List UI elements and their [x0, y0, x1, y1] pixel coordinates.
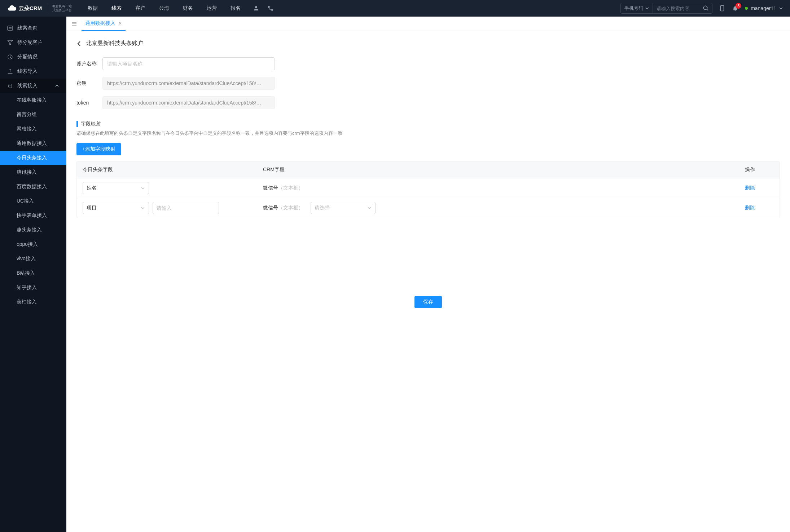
chevron-down-icon	[141, 186, 145, 190]
secret-input[interactable]	[102, 77, 275, 90]
content: 北京昱新科技头条账户 账户名称 密钥 token 字段映射 请确保您在此填写的头…	[66, 31, 790, 532]
crm-field-label: 微信号	[263, 185, 278, 191]
crm-field-hint: （文本框）	[278, 205, 303, 210]
col-toutiao: 今日头条字段	[83, 167, 263, 173]
user-menu[interactable]: manager11	[745, 5, 783, 11]
account-input[interactable]	[102, 57, 275, 70]
upload-icon	[7, 68, 13, 74]
status-dot	[745, 7, 748, 10]
crm-field-hint: （文本框）	[278, 185, 303, 191]
list-icon	[7, 25, 13, 31]
sidebar-sub-vivo[interactable]: vivo接入	[0, 252, 66, 266]
divider	[47, 4, 47, 13]
mobile-icon[interactable]	[719, 5, 725, 12]
sidebar-item-import[interactable]: 线索导入	[0, 64, 66, 79]
search-type-select[interactable]: 手机号码	[621, 3, 653, 13]
secret-label: 密钥	[76, 80, 102, 87]
sidebar-sub-toutiao[interactable]: 今日头条接入	[0, 151, 66, 165]
sidebar-sub-bilibili[interactable]: B站接入	[0, 266, 66, 280]
form-row-token: token	[76, 96, 780, 109]
sidebar-sub-qutoutiao[interactable]: 趣头条接入	[0, 223, 66, 237]
back-button[interactable]	[76, 41, 82, 46]
nav-data[interactable]: 数据	[86, 5, 99, 12]
phone-icon[interactable]	[267, 5, 274, 12]
logo-text: 云朵CRM	[19, 5, 42, 12]
account-label: 账户名称	[76, 61, 102, 67]
chevron-down-icon	[367, 206, 372, 210]
section-title: 字段映射	[76, 121, 780, 127]
sidebar-sub-oppo[interactable]: oppo接入	[0, 237, 66, 252]
section-bar	[76, 121, 78, 127]
sidebar-sub-tencent[interactable]: 腾讯接入	[0, 165, 66, 179]
crm-field-label: 微信号	[263, 205, 278, 210]
sidebar-sub-online[interactable]: 在线客服接入	[0, 93, 66, 107]
col-action: 操作	[745, 167, 774, 173]
menu-icon	[71, 21, 77, 27]
tab-bar: 通用数据接入 ✕	[66, 17, 790, 31]
sidebar-sub-message[interactable]: 留言分组	[0, 107, 66, 122]
sidebar-sub-meiyou[interactable]: 美柚接入	[0, 295, 66, 309]
footer-bar: 保存	[76, 290, 780, 314]
search-input[interactable]	[653, 6, 700, 11]
search-icon	[703, 5, 709, 12]
chevron-up-icon	[55, 84, 59, 88]
tab-general-data[interactable]: 通用数据接入 ✕	[82, 17, 126, 31]
chevron-down-icon	[779, 6, 783, 10]
svg-point-3	[722, 10, 723, 10]
user-add-icon[interactable]	[253, 5, 259, 12]
nav-customer[interactable]: 客户	[134, 5, 147, 12]
sidebar-sub-uc[interactable]: UC接入	[0, 194, 66, 208]
notification-button[interactable]: 5	[732, 5, 738, 12]
pie-icon	[7, 54, 13, 60]
form-row-secret: 密钥	[76, 77, 780, 90]
nav-clue[interactable]: 线索	[110, 5, 123, 12]
page-head: 北京昱新科技头条账户	[76, 40, 780, 47]
nav-signup[interactable]: 报名	[229, 5, 242, 12]
plug-icon	[7, 83, 13, 89]
search-group: 手机号码	[620, 3, 712, 14]
token-input[interactable]	[102, 96, 275, 109]
chevron-down-icon	[645, 6, 649, 10]
nav-operation[interactable]: 运营	[205, 5, 218, 12]
cloud-icon	[7, 4, 17, 13]
app-header: 云朵CRM 教育机构一站 式服务云平台 数据 线索 客户 公海 财务 运营 报名…	[0, 0, 790, 17]
sidebar-toggle[interactable]	[70, 19, 79, 28]
sidebar-sub-kuaishou[interactable]: 快手表单接入	[0, 208, 66, 223]
add-mapping-button[interactable]: +添加字段映射	[76, 143, 121, 155]
tab-close-icon[interactable]: ✕	[118, 21, 122, 26]
header-icons	[253, 5, 274, 12]
logo-subtitle: 教育机构一站 式服务云平台	[52, 4, 72, 12]
sidebar-sub-baidu[interactable]: 百度数据接入	[0, 179, 66, 194]
sidebar-item-access[interactable]: 线索接入	[0, 79, 66, 93]
tt-field-select[interactable]: 项目	[83, 202, 149, 214]
header-right: 手机号码 5 manager11	[620, 3, 783, 14]
sidebar-sub-general[interactable]: 通用数据接入	[0, 136, 66, 151]
crm-field-select[interactable]: 请选择	[311, 202, 376, 214]
tt-field-input[interactable]	[153, 202, 219, 214]
sidebar-sub-zhihu[interactable]: 知乎接入	[0, 280, 66, 295]
svg-line-1	[707, 9, 708, 10]
top-nav: 数据 线索 客户 公海 财务 运营 报名	[86, 5, 242, 12]
table-header: 今日头条字段 CRM字段 操作	[77, 161, 780, 178]
chevron-down-icon	[141, 206, 145, 210]
search-button[interactable]	[700, 5, 712, 12]
svg-point-0	[703, 6, 707, 10]
sidebar-sub-school[interactable]: 网校接入	[0, 122, 66, 136]
delete-button[interactable]: 删除	[745, 205, 755, 210]
section-desc: 请确保您在此填写的头条自定义字段名称与在今日头条平台中自定义的字段名称一致，并且…	[76, 130, 780, 137]
col-crm: CRM字段	[263, 167, 745, 173]
page-title: 北京昱新科技头条账户	[86, 40, 144, 47]
sidebar-item-pending[interactable]: 待分配客户	[0, 35, 66, 50]
svg-rect-4	[8, 26, 13, 30]
logo: 云朵CRM 教育机构一站 式服务云平台	[7, 4, 72, 13]
nav-publicsea[interactable]: 公海	[158, 5, 171, 12]
token-label: token	[76, 100, 102, 106]
mapping-table: 今日头条字段 CRM字段 操作 姓名 微信号（文本框）	[76, 161, 780, 218]
tt-field-select[interactable]: 姓名	[83, 182, 149, 194]
save-button[interactable]: 保存	[414, 296, 442, 308]
sidebar-item-clue-search[interactable]: 线索查询	[0, 21, 66, 35]
filter-icon	[7, 40, 13, 45]
sidebar-item-allocation[interactable]: 分配情况	[0, 50, 66, 64]
nav-finance[interactable]: 财务	[181, 5, 194, 12]
delete-button[interactable]: 删除	[745, 185, 755, 191]
